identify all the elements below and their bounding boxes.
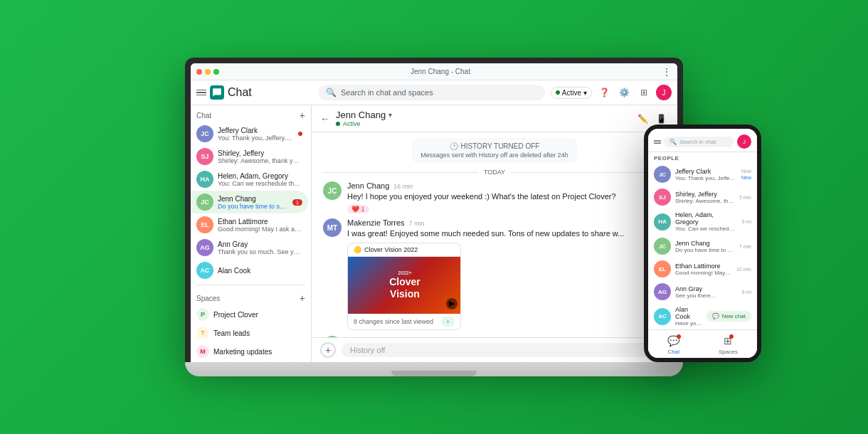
- phone-avatar: AG: [654, 283, 671, 300]
- phone-new-badge: New: [741, 175, 751, 180]
- phone-chat-jenn[interactable]: JC Jenn Chang Do you have time to sync t…: [648, 235, 757, 258]
- status-caret: ▾: [583, 89, 587, 97]
- space-name: Project Clover: [213, 311, 258, 319]
- chat-item-shirley[interactable]: SJ Shirley, Jeffery Shirley: Awesome, th…: [191, 145, 308, 168]
- user-avatar[interactable]: J: [656, 85, 672, 100]
- maximize-btn[interactable]: [213, 69, 219, 75]
- phone-hamburger[interactable]: [654, 140, 661, 144]
- phone-chat-list: JC Jeffery Clark You: Thank you, Jeffery…: [648, 163, 757, 329]
- msg-avatar: MT: [323, 218, 342, 237]
- chat-item-jeffery[interactable]: JC Jeffery Clark You: Thank you, Jeffery…: [191, 122, 308, 145]
- settings-icon[interactable]: ⚙️: [616, 85, 632, 100]
- phone-chat-meta: 10 min: [736, 267, 751, 272]
- back-button[interactable]: ←: [320, 113, 330, 125]
- status-badge[interactable]: Active ▾: [551, 87, 592, 99]
- chat-info: Alan Cook: [218, 267, 302, 275]
- space-item-clover[interactable]: P Project Clover: [191, 305, 311, 324]
- space-item-teamleads[interactable]: T Team leads: [191, 324, 311, 342]
- phone-bottom-bar: 💬 Chat ⊞ Spaces: [648, 329, 757, 358]
- msg-header: Jenn Chang 16 min: [347, 181, 666, 190]
- active-dot: [336, 122, 340, 126]
- phone-chat-shirley[interactable]: SJ Shirley, Jeffery Shirley: Awesome, th…: [648, 186, 757, 208]
- message-2: MT Makenzie Torres 7 min I was great! En…: [323, 218, 666, 329]
- chat-item-ann[interactable]: AG Ann Gray Thank you so much. See you t…: [191, 236, 308, 259]
- phone-chat-ethan[interactable]: EL Ethan Lattimore Good morning! May I a…: [648, 258, 757, 280]
- chat-preview: Thank you so much. See you there.: [218, 248, 302, 255]
- apps-icon[interactable]: ⊞: [636, 85, 652, 100]
- msg-sender: Makenzie Torres: [347, 218, 405, 227]
- view-button[interactable]: ›: [441, 317, 455, 327]
- search-bar[interactable]: 🔍 Search in chat and spaces: [319, 85, 545, 100]
- phone-chat-meta: 5 min: [739, 195, 751, 200]
- phone-screen: 🔍 Search in chat J PEOPLE JC Jeffery Cla…: [648, 129, 757, 358]
- phone-time: 10 min: [736, 267, 751, 272]
- chat-info: Jenn Chang Do you have time to sync tomo…: [218, 195, 288, 210]
- play-icon[interactable]: ▶: [446, 298, 457, 309]
- chat-logo: [210, 85, 224, 100]
- minimize-btn[interactable]: [205, 69, 211, 75]
- space-icon: P: [196, 308, 209, 321]
- unread-count: 1: [292, 199, 302, 206]
- phone-chat-helen[interactable]: HA Helen, Adam, Gregory You: Can we resc…: [648, 208, 757, 235]
- phone-chat-meta: 7 min: [739, 244, 751, 249]
- chat-info: Ann Gray Thank you so much. See you ther…: [218, 240, 302, 255]
- phone-chat-preview: Do you have time to sync tomorrow mor...: [675, 247, 735, 253]
- phone-avatar: EL: [654, 260, 671, 277]
- chat-name: Shirley, Jeffery: [218, 149, 302, 157]
- chat-input-field[interactable]: History off: [342, 343, 669, 357]
- phone-tab-spaces[interactable]: ⊞ Spaces: [719, 334, 738, 355]
- msg-sender: Jenn Chang: [347, 181, 389, 190]
- hamburger-menu[interactable]: [196, 90, 206, 96]
- chat-info: Helen, Adam, Gregory You: Can we resched…: [218, 172, 302, 187]
- chat-item-jenn[interactable]: JC Jenn Chang Do you have time to sync t…: [191, 191, 308, 213]
- close-btn[interactable]: [196, 69, 202, 75]
- chat-contact-name: Jenn Chang ▾: [336, 110, 629, 120]
- space-icon: M: [196, 345, 209, 358]
- phone-chat-preview: You: Can we reschedule the meeting fo...: [675, 226, 738, 232]
- laptop-base: [185, 362, 683, 376]
- spaces-add-btn[interactable]: +: [300, 292, 305, 304]
- search-placeholder: Search in chat and spaces: [341, 88, 433, 97]
- phone-time: 9 mi: [742, 290, 751, 295]
- history-title: HISTORY TURNED OFF: [461, 142, 540, 150]
- phone-avatar: HA: [654, 213, 671, 231]
- section-divider: [196, 285, 305, 285]
- chat-name: Ann Gray: [218, 240, 302, 248]
- chat-name: Helen, Adam, Gregory: [218, 172, 302, 180]
- chat-preview: Do you have time to sync tomorrow mor...: [218, 203, 288, 210]
- space-item-marketing[interactable]: M Marketing updates: [191, 342, 311, 361]
- phone-chat-alan[interactable]: AC Alan Cook Have you seen that... 💬 New…: [648, 303, 757, 329]
- chat-add-btn[interactable]: +: [300, 110, 305, 121]
- chat-main: ← Jenn Chang ▾ Active: [312, 105, 677, 362]
- phone-avatar: JC: [654, 166, 671, 183]
- new-chat-icon: 💬: [712, 313, 719, 319]
- status-label: Active: [562, 89, 581, 97]
- phone-chat-ann[interactable]: AG Ann Gray See you there... 9 mi: [648, 280, 757, 303]
- phone-tab-chat[interactable]: 💬 Chat: [667, 334, 679, 355]
- phone-chat-jeffery[interactable]: JC Jeffery Clark You: Thank you, Jeffery…: [648, 163, 757, 186]
- chat-item-helen[interactable]: HA Helen, Adam, Gregory You: Can we resc…: [191, 168, 308, 191]
- phone-search-bar[interactable]: 🔍 Search in chat: [664, 137, 734, 147]
- chat-item-alan[interactable]: AC Alan Cook: [191, 259, 308, 282]
- add-attachment-btn[interactable]: +: [320, 342, 336, 358]
- phone-chat-info: Alan Cook Have you seen that...: [675, 306, 702, 327]
- space-name: Team leads: [213, 329, 250, 337]
- title-menu[interactable]: ⋮: [662, 66, 672, 78]
- chat-name: Jenn Chang: [218, 195, 288, 203]
- phone-chat-name: Helen, Adam, Gregory: [675, 211, 738, 226]
- help-icon[interactable]: ❓: [596, 85, 612, 100]
- phone-chat-preview: You: Thank you, Jeffery. The newe...: [675, 175, 737, 181]
- phone-user-avatar[interactable]: J: [737, 134, 751, 149]
- chat-item-ethan[interactable]: EL Ethan Lattimore Good morning! May I a…: [191, 213, 308, 236]
- new-chat-button[interactable]: 💬 New chat: [706, 311, 751, 322]
- phone-chat-info: Helen, Adam, Gregory You: Can we resched…: [675, 211, 738, 232]
- phone-chat-info: Ethan Lattimore Good morning! May I ask …: [675, 263, 732, 276]
- spaces-list: P Project Clover T Team leads M Marketin…: [191, 305, 311, 362]
- reaction-badge[interactable]: ❤️ 1: [347, 205, 369, 213]
- phone-avatar: JC: [654, 238, 671, 255]
- chat-preview: Shirley: Awesome, thank you for the...: [218, 157, 302, 164]
- history-sub: Messages sent with History off are delet…: [420, 152, 568, 159]
- attachment-header: 🟡 Clover Vision 2022: [348, 243, 460, 257]
- phone-chat-preview: Have you seen that...: [675, 320, 702, 327]
- phone-frame: 🔍 Search in chat J PEOPLE JC Jeffery Cla…: [644, 125, 761, 362]
